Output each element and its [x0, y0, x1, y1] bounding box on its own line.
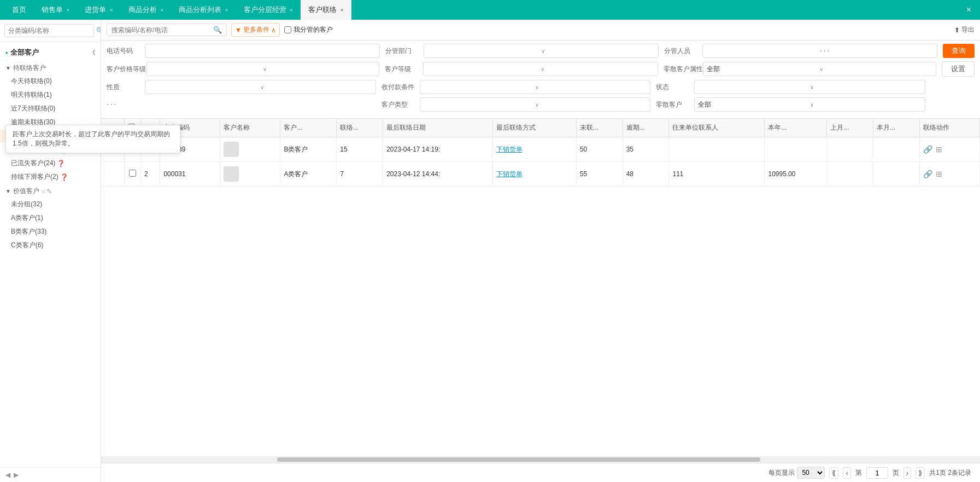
first-page-btn[interactable]: ⟪ [829, 467, 838, 479]
close-analysis-icon[interactable]: × [160, 7, 163, 13]
my-customers-check[interactable]: 我分管的客户 [284, 25, 333, 34]
status-label: 状态 [656, 83, 694, 92]
cell-company-contact-0 [669, 137, 765, 162]
action-link-icon-0[interactable]: 🔗 [923, 145, 932, 154]
right-content: 🔍 ▼ 更多条件 ∧ 我分管的客户 ⬆ 导出 电话号码 [101, 20, 980, 482]
filter-bar: 🔍 ▼ 更多条件 ∧ 我分管的客户 ⬆ 导出 [101, 20, 980, 40]
all-customers-icon: ▪ [5, 49, 8, 57]
table-row: 1 000039 B类客户 15 2023-04-17 14:19: 下销货单 … [101, 137, 980, 162]
action-link-icon-1[interactable]: 🔗 [923, 170, 932, 178]
scroll-thumb[interactable] [277, 457, 760, 462]
sidebar-right-icon[interactable]: ▶ [14, 471, 19, 479]
phone-label: 电话号码 [107, 47, 145, 56]
collapse-icon[interactable]: 《 [89, 49, 95, 57]
more-conditions-btn[interactable]: ▼ 更多条件 ∧ [231, 23, 280, 37]
customer-type-select[interactable]: ∨ [420, 97, 651, 112]
sidebar-item-a-class[interactable]: A类客户(1) [0, 211, 101, 225]
sidebar-search-input[interactable] [4, 24, 94, 37]
per-page-select[interactable]: 50 20 100 [797, 467, 825, 479]
sidebar-item-7days[interactable]: 近7天待联络(0) [0, 102, 101, 115]
nav-analysis-list[interactable]: 商品分析列表 × [171, 0, 236, 20]
nav-product-analysis[interactable]: 商品分析 × [121, 0, 171, 20]
sidebar-item-declining[interactable]: 持续下滑客户(2) ❓ [0, 170, 101, 184]
all-customers-header[interactable]: ▪ 全部客户 《 [0, 44, 101, 61]
close-purchase-icon[interactable]: × [109, 7, 113, 13]
payment-arrow-icon: ∨ [535, 84, 647, 90]
value-group[interactable]: ▼ 价值客户 ○ ✎ [0, 184, 101, 198]
pending-group[interactable]: ▼ 待联络客户 [0, 61, 101, 74]
sidebar-left-icon[interactable]: ◀ [5, 471, 10, 479]
close-all-tabs[interactable]: × [962, 5, 976, 15]
dept-select[interactable]: ∨ [424, 44, 659, 58]
my-customers-checkbox[interactable] [284, 26, 291, 33]
pagination-bar: 每页显示 50 20 100 ⟪ ‹ 第 页 › ⟫ 共1页 2条记录 [101, 463, 980, 482]
sidebar-item-c-class[interactable]: C类客户(6) [0, 239, 101, 252]
phone-input[interactable] [145, 44, 380, 58]
price-level-select[interactable]: ∨ [146, 62, 379, 76]
last-method-link-0[interactable]: 下销货单 [496, 146, 523, 153]
dept-label: 分管部门 [385, 47, 424, 56]
action-icons-0: 🔗 ⊞ [923, 145, 976, 154]
nav-customer-tier[interactable]: 客户分层经营 × [236, 0, 301, 20]
th-last-contact-method: 最后联络方式 [492, 119, 576, 137]
sidebar-item-tomorrow[interactable]: 明天待联络(1) [0, 88, 101, 102]
payment-select[interactable]: ∨ [420, 80, 651, 94]
sidebar-item-today[interactable]: 今天待联络(0) [0, 74, 101, 88]
query-button[interactable]: 查询 [943, 44, 975, 58]
filter-payment: 收付款条件 ∨ [382, 80, 651, 94]
export-btn[interactable]: ⬆ 导出 [954, 25, 975, 34]
left-sidebar: 🔍 ▪ 全部客户 《 ▼ 待联络客户 今天待联络(0) 明天待联络(1) 近7天… [0, 20, 101, 482]
avatar-1 [224, 166, 239, 182]
manager-select[interactable]: ··· [702, 44, 937, 58]
page-input[interactable] [866, 467, 888, 479]
nav-home[interactable]: 首页 [4, 0, 34, 20]
close-contact-icon[interactable]: × [340, 7, 343, 13]
last-page-btn[interactable]: ⟫ [916, 467, 925, 479]
retail-attr-select[interactable]: 全部 ∨ [703, 62, 936, 76]
nav-purchase[interactable]: 进货单 × [77, 0, 120, 20]
action-grid-icon-1[interactable]: ⊞ [936, 170, 942, 178]
value-edit2-icon[interactable]: ✎ [46, 188, 52, 195]
reset-button[interactable]: 设置 [942, 61, 975, 77]
cell-last-method-0[interactable]: 下销货单 [492, 137, 576, 162]
nav-sales[interactable]: 销售单 × [34, 0, 77, 20]
nature-select[interactable]: ∨ [145, 80, 376, 94]
sidebar-bottom: ◀ ▶ [0, 467, 101, 482]
avatar-0 [224, 142, 239, 157]
per-page-control: 每页显示 50 20 100 [768, 467, 825, 479]
next-page-btn[interactable]: › [903, 467, 911, 479]
last-method-link-1[interactable]: 下销货单 [496, 170, 523, 178]
filter-customer-type: 客户类型 ∨ [382, 97, 651, 112]
action-grid-icon-0[interactable]: ⊞ [936, 145, 942, 154]
cell-this-year-0 [765, 137, 827, 162]
sidebar-item-ungroup[interactable]: 未分组(32) [0, 198, 101, 211]
row-checkbox-1[interactable] [129, 170, 136, 177]
sidebar-search-icon[interactable]: 🔍 [96, 27, 101, 34]
nav-customer-contact[interactable]: 客户联络 × [301, 0, 351, 20]
value-tri-icon: ▼ [5, 188, 11, 194]
main-search-input[interactable] [112, 26, 213, 34]
horizontal-scrollbar[interactable] [101, 456, 980, 463]
sidebar-content: ▪ 全部客户 《 ▼ 待联络客户 今天待联络(0) 明天待联络(1) 近7天待联… [0, 42, 101, 467]
main-layout: 🔍 ▪ 全部客户 《 ▼ 待联络客户 今天待联络(0) 明天待联络(1) 近7天… [0, 20, 980, 482]
main-search-icon[interactable]: 🔍 [213, 26, 222, 34]
status-select[interactable]: ∨ [694, 80, 925, 94]
close-analysis-list-icon[interactable]: × [225, 7, 228, 13]
value-edit-icon[interactable]: ○ [42, 188, 45, 195]
close-tier-icon[interactable]: × [290, 7, 293, 13]
dept-arrow-icon: ∨ [541, 48, 655, 54]
sidebar-item-lost[interactable]: 已流失客户(24) ❓ [0, 156, 101, 170]
nature-arrow-icon: ∨ [260, 84, 372, 90]
more-dots-icon[interactable]: ··· [107, 100, 117, 109]
cell-check-1[interactable] [124, 162, 140, 187]
customer-level-select[interactable]: ∨ [423, 62, 658, 76]
close-sales-icon[interactable]: × [66, 7, 69, 13]
cell-settings-1 [101, 162, 124, 187]
prev-page-btn[interactable]: ‹ [843, 467, 850, 479]
filter-phone: 电话号码 [107, 44, 380, 58]
retail-customer-value: 全部 [698, 100, 809, 109]
retail-customer-arrow-icon: ∨ [810, 102, 922, 108]
cell-last-method-1[interactable]: 下销货单 [492, 162, 576, 187]
retail-customer-select[interactable]: 全部 ∨ [694, 97, 925, 112]
sidebar-item-b-class[interactable]: B类客户(33) [0, 225, 101, 239]
